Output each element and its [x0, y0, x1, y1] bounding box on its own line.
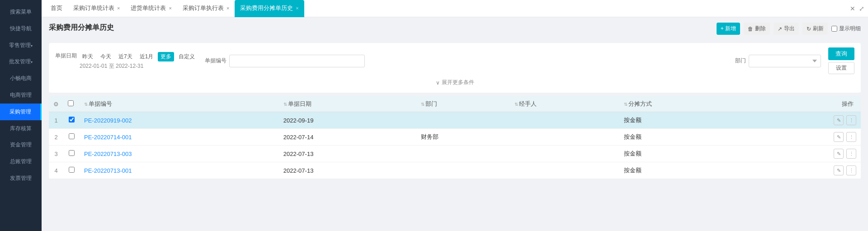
- date-1month[interactable]: 近1月: [137, 52, 156, 61]
- checkbox-col-header[interactable]: [63, 96, 80, 112]
- refresh-button[interactable]: ↻ 刷新: [802, 23, 828, 35]
- row-checkbox-cell[interactable]: [63, 112, 80, 129]
- date-yesterday[interactable]: 昨天: [80, 52, 96, 61]
- gear-col-header[interactable]: ⚙: [49, 96, 63, 112]
- row-number: 3: [49, 146, 63, 162]
- doc-no-link[interactable]: PE-20220713-001: [84, 167, 132, 174]
- dept-col-header: ⇅部门: [416, 96, 510, 112]
- row-split-method: 按金额: [619, 129, 750, 146]
- table-row: 3 PE-20220713-003 2022-07-13 按金额 ✎ ⋮: [49, 146, 861, 162]
- expand-window-icon[interactable]: ⤢: [859, 5, 864, 12]
- export-button[interactable]: ↗ 导出: [774, 23, 799, 35]
- expand-more-btn[interactable]: ∨ 展开更多条件: [55, 77, 854, 88]
- row-checkbox-cell[interactable]: [63, 162, 80, 179]
- sidebar-label: 批发管理: [9, 58, 31, 65]
- sidebar-item-purchase[interactable]: 采购管理: [0, 104, 42, 120]
- tab-purchase-fee[interactable]: 采购费用分摊单历史×: [235, 0, 304, 17]
- table-row: 4 PE-20220713-001 2022-07-13 按金额 ✎ ⋮: [49, 162, 861, 179]
- dept-filter: 部门 财务部: [735, 55, 821, 67]
- main-area: 首页采购订单统计表×进货单统计表×采购订单执行表×采购费用分摊单历史× ✕ ⤢ …: [42, 0, 868, 231]
- dept-label: 部门: [735, 57, 746, 65]
- toolbar: + 新增 🗑 删除 ↗ 导出 ↻ 刷新 显示明细: [717, 23, 861, 35]
- sidebar-item-inventory[interactable]: 库存核算: [0, 120, 42, 137]
- chevron-down-icon: ∨: [436, 80, 440, 86]
- sidebar-label: 搜索菜单: [10, 9, 32, 15]
- date-7days[interactable]: 近7天: [116, 52, 135, 61]
- row-doc-no: PE-20220713-003: [80, 146, 279, 162]
- row-edit-icon[interactable]: ✎: [834, 132, 844, 142]
- delete-icon: 🗑: [748, 26, 753, 32]
- table-header-row: ⚙ ⇅单据编号 ⇅单据日期 ⇅部门 ⇅经手人 ⇅分摊方式 操作: [49, 96, 861, 112]
- row-split-method: 按金额: [619, 162, 750, 179]
- tab-close-icon[interactable]: ×: [169, 5, 171, 11]
- tab-purchase-stat[interactable]: 采购订单统计表×: [68, 0, 125, 17]
- delete-button[interactable]: 🗑 删除: [744, 23, 770, 35]
- add-button[interactable]: + 新增: [717, 23, 740, 35]
- tab-label: 进货单统计表: [131, 4, 166, 12]
- tab-purchase-exec[interactable]: 采购订单执行表×: [177, 0, 235, 17]
- row-actions: ✎ ⋮: [750, 112, 861, 129]
- row-more-icon[interactable]: ⋮: [846, 165, 856, 175]
- sidebar-label: 电商管理: [10, 92, 32, 98]
- close-window-icon[interactable]: ✕: [850, 5, 855, 12]
- date-more[interactable]: 更多: [158, 52, 174, 61]
- row-more-icon[interactable]: ⋮: [846, 132, 856, 142]
- doc-no-link[interactable]: PE-20220713-003: [84, 151, 132, 157]
- row-dept: 财务部: [416, 129, 510, 146]
- tab-label: 采购订单统计表: [73, 4, 114, 12]
- table-row: 1 PE-20220919-002 2022-09-19 按金额 ✎ ⋮: [49, 112, 861, 129]
- sidebar-label: 资金管理: [10, 141, 32, 148]
- refresh-icon: ↻: [807, 26, 811, 32]
- sidebar-item-ledger[interactable]: 总账管理: [0, 153, 42, 170]
- doc-no-label: 单据编号: [205, 57, 226, 65]
- tab-close-icon[interactable]: ×: [117, 5, 120, 11]
- row-edit-icon[interactable]: ✎: [834, 165, 844, 175]
- tab-goods-stat[interactable]: 进货单统计表×: [125, 0, 177, 17]
- sidebar-item-ecommerce[interactable]: 电商管理: [0, 87, 42, 104]
- data-table-wrapper: ⚙ ⇅单据编号 ⇅单据日期 ⇅部门 ⇅经手人 ⇅分摊方式 操作 1 PE-202…: [49, 96, 861, 179]
- row-more-icon[interactable]: ⋮: [846, 149, 856, 159]
- row-actions: ✎ ⋮: [750, 162, 861, 179]
- doc-no-col-header: ⇅单据编号: [80, 96, 279, 112]
- doc-no-filter: 单据编号: [205, 55, 728, 67]
- date-custom[interactable]: 自定义: [176, 52, 198, 61]
- table-row: 2 PE-20220714-001 2022-07-14 财务部 按金额 ✎ ⋮: [49, 129, 861, 146]
- chevron-icon: ▾: [31, 60, 33, 64]
- sidebar-item-invoice[interactable]: 发票管理: [0, 170, 42, 187]
- tab-home[interactable]: 首页: [45, 0, 68, 17]
- show-detail-checkbox[interactable]: 显示明细: [831, 25, 861, 33]
- row-doc-date: 2022-09-19: [279, 112, 416, 129]
- doc-no-link[interactable]: PE-20220714-001: [84, 134, 132, 141]
- filter-row: 单据日期 昨天 今天 近7天 近1月 更多 自定义 2022-01-01 至 2…: [55, 47, 854, 74]
- sidebar-item-wholesale[interactable]: 批发管理▾: [0, 53, 42, 70]
- date-today[interactable]: 今天: [98, 52, 114, 61]
- handler-col-header: ⇅经手人: [510, 96, 619, 112]
- sidebar-item-search[interactable]: 搜索菜单: [0, 4, 42, 20]
- table-body: 1 PE-20220919-002 2022-09-19 按金额 ✎ ⋮ 2 P…: [49, 112, 861, 179]
- doc-no-link[interactable]: PE-20220919-002: [84, 117, 132, 124]
- sidebar-item-retail[interactable]: 零售管理▾: [0, 37, 42, 54]
- row-more-icon[interactable]: ⋮: [846, 115, 856, 125]
- row-doc-no: PE-20220919-002: [80, 112, 279, 129]
- tab-close-icon[interactable]: ×: [226, 5, 229, 11]
- row-handler: [510, 162, 619, 179]
- sidebar-item-finance[interactable]: 资金管理: [0, 137, 42, 153]
- date-options: 昨天 今天 近7天 近1月 更多 自定义: [80, 52, 198, 61]
- query-button[interactable]: 查询: [828, 47, 854, 60]
- row-doc-no: PE-20220714-001: [80, 129, 279, 146]
- doc-no-input[interactable]: [229, 55, 365, 67]
- row-split-method: 按金额: [619, 146, 750, 162]
- row-checkbox-cell[interactable]: [63, 146, 80, 162]
- row-doc-date: 2022-07-14: [279, 129, 416, 146]
- sidebar-item-quick-nav[interactable]: 快捷导航: [0, 20, 42, 37]
- doc-date-col-header: ⇅单据日期: [279, 96, 416, 112]
- row-edit-icon[interactable]: ✎: [834, 115, 844, 125]
- dept-select[interactable]: 财务部: [749, 55, 821, 67]
- row-edit-icon[interactable]: ✎: [834, 149, 844, 159]
- data-table: ⚙ ⇅单据编号 ⇅单据日期 ⇅部门 ⇅经手人 ⇅分摊方式 操作 1 PE-202…: [49, 96, 861, 179]
- row-checkbox-cell[interactable]: [63, 129, 80, 146]
- sidebar-item-mini-shop[interactable]: 小畅电商: [0, 70, 42, 87]
- settings-button[interactable]: 设置: [828, 62, 854, 74]
- tab-close-icon[interactable]: ×: [296, 5, 298, 11]
- row-doc-no: PE-20220713-001: [80, 162, 279, 179]
